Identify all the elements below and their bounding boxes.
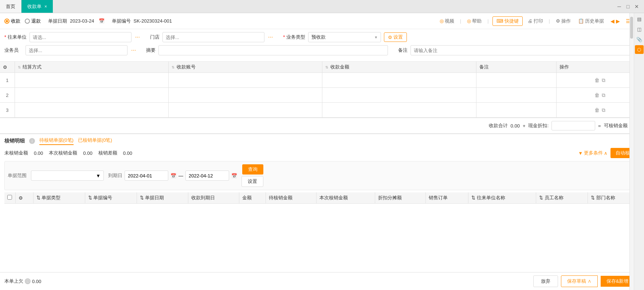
toolbar-right: ◎ 视频 | ◎ 帮助 | ⌨ 快捷键 🖨 打印 | ⚙ 操作 [437, 16, 640, 26]
tab-shoukuan[interactable]: 收款单 × [21, 0, 53, 13]
date-to-input[interactable] [185, 171, 229, 181]
calendar-to-icon[interactable]: 📅 [231, 173, 237, 179]
video-btn[interactable]: ◎ 视频 [437, 17, 456, 25]
col-counterpart-header: ⇅ 往来单位名称 [468, 192, 536, 204]
plus-sign: + [523, 123, 526, 129]
date-range: 到期日 📅 — 📅 [108, 171, 237, 181]
col-discount-header: 折扣分摊额 [375, 192, 425, 204]
discard-button[interactable]: 放弃 [533, 275, 558, 287]
calendar-from-icon[interactable]: 📅 [170, 173, 176, 179]
copy-icon[interactable]: ⧉ [602, 107, 605, 113]
radio-shoukuan[interactable]: 收款 [4, 18, 20, 24]
amount-cell[interactable] [322, 73, 476, 88]
copy-icon[interactable]: ⧉ [602, 92, 605, 98]
sort-icon2: ⇅ [172, 65, 174, 69]
table-settings-header[interactable]: ⚙ [0, 62, 15, 73]
save-draft-button[interactable]: 保存草稿 ∧ [561, 275, 598, 287]
print-btn[interactable]: 🖨 打印 [526, 17, 545, 25]
history-btn[interactable]: 📋 历史单据 [576, 17, 606, 25]
delete-icon[interactable]: 🗑 [594, 77, 600, 83]
date-from-input[interactable] [125, 171, 168, 181]
maximize-button[interactable]: □ [624, 2, 632, 11]
remark-cell[interactable] [476, 88, 556, 103]
counterpart-input[interactable] [30, 32, 131, 42]
col-remark-header: 备注 [476, 62, 556, 73]
date-label: 单据日期 [48, 18, 67, 24]
chevron-up-icon: ∧ [604, 150, 608, 156]
number-label: 单据编号 [112, 18, 131, 24]
minimize-button[interactable]: ─ [615, 2, 624, 11]
radio-shoukuan-label: 收款 [11, 18, 20, 24]
more-conditions-btn[interactable]: ▼ 更多条件 ∧ [578, 150, 608, 156]
query-btn[interactable]: 查询 [242, 164, 263, 175]
help-btn[interactable]: ◎ 帮助 [465, 17, 484, 25]
sidebar-icon-2[interactable]: ◫ [635, 25, 644, 34]
abstract-input[interactable] [158, 45, 388, 55]
operation-btn[interactable]: ⚙ 操作 [554, 17, 573, 25]
col-settle-header: ⇅ 结算方式 [15, 62, 168, 73]
settle-cell[interactable] [15, 73, 168, 88]
history-label: 历史单据 [585, 18, 604, 24]
salesperson-input[interactable] [25, 45, 127, 55]
tab-close-icon[interactable]: × [44, 4, 47, 9]
available-label: 可核销金额 [604, 122, 628, 129]
remark-cell[interactable] [476, 73, 556, 88]
discount-input[interactable] [551, 121, 595, 130]
footer-info: 本单上欠 ⓘ 0.00 [4, 278, 41, 285]
hexiao-info-icon[interactable]: i [29, 138, 35, 144]
tab-home[interactable]: 首页 [0, 0, 21, 13]
amount-cell[interactable] [322, 88, 476, 103]
footer-info-icon[interactable]: ⓘ [25, 278, 31, 284]
print-label: 打印 [534, 18, 543, 24]
range-select[interactable]: ▼ [31, 171, 104, 181]
col-checkbox[interactable] [4, 192, 15, 204]
tab-shoukuan-label: 收款单 [27, 3, 42, 10]
salesperson-ellipsis-icon[interactable]: ··· [131, 47, 136, 54]
store-label: 门店 [150, 34, 160, 40]
unchecked-value: 0.00 [34, 150, 43, 156]
account-cell[interactable] [168, 103, 322, 118]
bottom-table: ⚙ ⇅ 单据类型 ⇅ 单据编号 ⇅ 单据日期 [4, 192, 640, 204]
copy-icon[interactable]: ⧉ [602, 77, 605, 83]
settings-button[interactable]: ⚙ 设置 [384, 32, 407, 42]
footer-right: 放弃 保存草稿 ∧ 保存&新增 ∧ [533, 275, 640, 287]
account-cell[interactable] [168, 88, 322, 103]
save-draft-group: 保存草稿 ∧ [561, 275, 598, 287]
delete-icon[interactable]: 🗑 [594, 92, 600, 98]
shortcut-btn[interactable]: ⌨ 快捷键 [492, 16, 523, 26]
sum-row: 收款合计 0.00 + 现金折扣: = 可核销金额 0.00 [0, 118, 644, 134]
sort-icon: ⇅ [18, 65, 21, 69]
remark-input[interactable] [411, 45, 640, 55]
sidebar-icon-1[interactable]: ▤ [635, 15, 644, 23]
sidebar-icon-3[interactable]: 📎 [635, 35, 644, 44]
col-gear[interactable]: ⚙ [15, 192, 33, 204]
business-type-arrow-icon: ▼ [374, 35, 378, 39]
settle-cell[interactable] [15, 88, 168, 103]
business-type-value: 预收款 [311, 34, 326, 40]
nav-prev-icon[interactable]: ◀ [610, 18, 614, 24]
remark-cell[interactable] [476, 103, 556, 118]
radio-tuikuan[interactable]: 退款 [25, 18, 41, 24]
tab-completed[interactable]: 已核销单据(0笔) [78, 137, 112, 145]
close-button[interactable]: ✕ [632, 2, 641, 11]
equals-sign: = [598, 123, 601, 129]
col-amount-header: 金额 [239, 192, 266, 204]
sidebar-icon-4[interactable]: ⬡ [635, 45, 644, 54]
business-type-select[interactable]: 预收款 ▼ [308, 32, 381, 42]
store-input[interactable] [162, 32, 264, 42]
scrollbar-thumb[interactable] [630, 17, 633, 39]
settle-cell[interactable] [15, 103, 168, 118]
calendar-icon[interactable]: 📅 [99, 18, 105, 24]
setting-btn2[interactable]: 设置 [242, 176, 263, 187]
hexiao-section: 核销明细 i 待核销单据(0笔) 已核销单据(0笔) 未核销金额 0.00 本次… [0, 134, 644, 207]
select-all-checkbox[interactable] [7, 195, 12, 200]
amount-cell[interactable] [322, 103, 476, 118]
nav-next-icon[interactable]: ▶ [616, 18, 620, 24]
delete-icon[interactable]: 🗑 [594, 107, 600, 113]
counterpart-ellipsis-icon[interactable]: ··· [135, 34, 140, 40]
filter-icon: ▼ [578, 150, 583, 156]
tab-pending[interactable]: 待核销单据(0笔) [39, 137, 74, 145]
store-ellipsis-icon[interactable]: ··· [268, 34, 273, 40]
account-cell[interactable] [168, 73, 322, 88]
due-date-label: 到期日 [108, 172, 122, 179]
